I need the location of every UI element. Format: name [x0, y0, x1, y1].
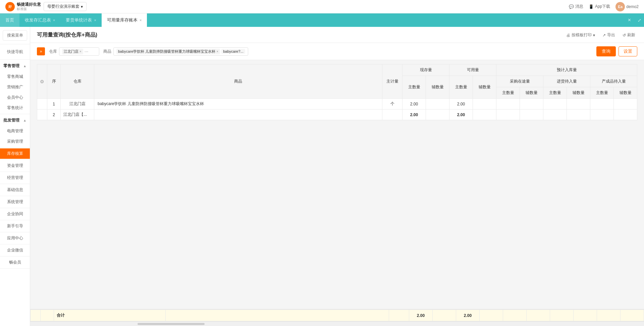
row1-num: 1	[47, 99, 61, 109]
footer-num-col	[41, 310, 54, 321]
row2-production-main	[590, 109, 614, 120]
page-title-row: 可用量查询(按仓库+商品) 🖨 按模板打印 ▾ ↗ 导出 ↺ 刷新	[37, 31, 637, 43]
user-name: demo2	[626, 4, 639, 9]
close-inventory-tab[interactable]: ×	[140, 18, 142, 22]
sidebar-item-member2[interactable]: 畅会员	[0, 257, 30, 268]
sidebar-item-appstore[interactable]: 应用中心	[0, 233, 30, 243]
footer-settings-col	[31, 310, 41, 321]
th-inbound-aux: 辅数量	[567, 87, 590, 99]
th-main-unit: 主计量	[382, 64, 402, 99]
sidebar-item-online-store[interactable]: 零售商城	[0, 72, 30, 82]
sidebar-section-appstore: 应用中心	[0, 232, 30, 244]
table-wrapper: ⚙ 序 仓库 商品 主计量 现存量 可用量 预计入库量 主数量 辅数量 主数量	[30, 60, 644, 309]
tab-home[interactable]: 首页	[0, 13, 19, 27]
footer-available-aux	[480, 310, 503, 321]
sidebar-item-wecom[interactable]: 企业微信	[0, 245, 30, 255]
sidebar-section-retail-header[interactable]: 零售管理 ▲	[0, 60, 30, 72]
print-icon: 🖨	[566, 33, 570, 38]
print-label: 按模板打印	[572, 32, 592, 38]
row2-purchase-main	[496, 109, 520, 120]
th-inbound-pending: 进货待入量	[543, 76, 590, 87]
row1-available-aux	[473, 99, 496, 109]
row1-settings	[37, 99, 47, 109]
app-download-label: App下载	[595, 4, 610, 9]
close-all-tabs-button[interactable]: ×	[624, 13, 635, 27]
filter-actions: 查询 设置	[596, 46, 637, 56]
query-button[interactable]: 查询	[596, 46, 616, 56]
warehouse-filter-input[interactable]: 江北门店 × ···	[59, 47, 99, 56]
sidebar-item-ecommerce[interactable]: 电商管理	[0, 126, 30, 136]
footer-current-main: 2.00	[409, 310, 433, 321]
horizontal-scrollbar[interactable]	[30, 321, 644, 326]
sidebar-item-retail-stats[interactable]: 零售统计	[0, 103, 30, 113]
footer-label: 合计	[54, 310, 166, 321]
th-settings: ⚙	[37, 64, 47, 99]
sidebar-section-system: 系统管理	[0, 196, 30, 208]
remove-product-tag[interactable]: ×	[216, 50, 218, 53]
sidebar-section-wholesale-header[interactable]: 批发管理 ▲	[0, 115, 30, 126]
th-num: 序	[47, 64, 61, 99]
sidebar-item-base[interactable]: 基础信息	[0, 185, 30, 195]
remove-warehouse-tag[interactable]: ×	[79, 50, 82, 53]
sidebar-item-inventory[interactable]: 库存核算	[0, 148, 30, 159]
table-row: 1 江北门店 babycare学饮杯 儿童防摔防撞吸管杯重力球吸嘴杯宝宝水杯 个…	[37, 99, 637, 109]
th-available-aux: 辅数量	[473, 76, 496, 99]
top-bar-right: 💬 消息 📱 App下载 Ea demo2	[569, 2, 639, 11]
sidebar-section-ops: 经营管理	[0, 172, 30, 184]
row1-warehouse: 江北门店	[61, 99, 94, 109]
th-current-aux: 辅数量	[426, 76, 449, 99]
logo-icon: 好	[5, 2, 15, 11]
row2-inbound-main	[543, 109, 567, 120]
export-button[interactable]: ↗ 导出	[600, 31, 617, 39]
refresh-button[interactable]: ↺ 刷新	[621, 31, 637, 39]
print-button[interactable]: 🖨 按模板打印 ▾	[564, 31, 597, 39]
warehouse-filter-group: 仓库 江北门店 × ···	[49, 47, 99, 56]
scrollbar-thumb[interactable]	[138, 323, 205, 325]
sidebar-item-quick-nav[interactable]: 快捷导航	[0, 46, 30, 57]
row1-inbound-aux	[567, 99, 590, 109]
search-menu-button[interactable]: 搜索菜单	[3, 30, 27, 41]
receipts-tab-label: 收发存汇总表	[25, 17, 51, 23]
row2-num: 2	[47, 109, 61, 120]
expand-tabs-button[interactable]: ⤢	[635, 13, 644, 27]
close-orders-tab[interactable]: ×	[94, 18, 96, 22]
sidebar-item-system[interactable]: 系统管理	[0, 197, 30, 207]
user-area[interactable]: Ea demo2	[615, 2, 639, 11]
th-available-qty: 可用量	[449, 64, 496, 76]
app-download-button[interactable]: 📱 App下载	[589, 4, 610, 9]
close-receipts-tab[interactable]: ×	[53, 18, 55, 22]
tab-inventory[interactable]: 可用量库存账本 ×	[102, 13, 147, 27]
sidebar-item-purchase[interactable]: 采购管理	[0, 136, 30, 147]
sidebar-item-finance[interactable]: 资金管理	[0, 160, 30, 171]
product-tag-text: babycare学饮杯 儿童防摔防撞吸管杯重力球吸嘴杯宝宝水杯	[118, 49, 215, 54]
row2-available-aux	[473, 109, 496, 120]
row1-inbound-main	[543, 99, 567, 109]
sidebar-item-ops[interactable]: 经营管理	[0, 173, 30, 183]
industry-selector[interactable]: 母婴行业演示账套 ▾	[44, 2, 87, 11]
product-filter-label: 商品	[103, 49, 111, 54]
setting-button[interactable]: 设置	[619, 46, 637, 56]
sidebar-item-collab[interactable]: 企业协同	[0, 209, 30, 219]
page-header: 可用量查询(按仓库+商品) 🖨 按模板打印 ▾ ↗ 导出 ↺ 刷新	[30, 27, 644, 43]
tab-receipts[interactable]: 收发存汇总表 ×	[19, 13, 60, 27]
sidebar-item-newbie[interactable]: 新手引导	[0, 221, 30, 231]
warehouse-more-options[interactable]: ···	[85, 49, 89, 54]
row1-current-main: 2.00	[402, 99, 426, 109]
product-tag2-text: babycare?...	[223, 49, 244, 53]
filter-toggle-button[interactable]: »	[37, 47, 45, 55]
message-button[interactable]: 💬 消息	[569, 4, 583, 9]
industry-label: 母婴行业演示账套	[47, 4, 79, 9]
avatar: Ea	[615, 2, 625, 11]
sidebar-item-marketing[interactable]: 营销推广	[0, 82, 30, 92]
home-tab-label: 首页	[5, 17, 14, 23]
content-area: 可用量查询(按仓库+商品) 🖨 按模板打印 ▾ ↗ 导出 ↺ 刷新	[30, 27, 644, 326]
top-bar: 好 畅捷通好生意 标准版 母婴行业演示账套 ▾ 💬 消息 📱 App下载 Ea …	[0, 0, 644, 13]
table-settings-gear-icon[interactable]: ⚙	[40, 79, 44, 84]
row2-current-main: 2.00	[402, 109, 426, 120]
product-filter-input[interactable]: babycare学饮杯 儿童防摔防撞吸管杯重力球吸嘴杯宝宝水杯 × babyca…	[113, 47, 248, 56]
sidebar-item-member[interactable]: 会员中心	[0, 92, 30, 103]
footer-production-main	[597, 310, 621, 321]
tab-orders[interactable]: 要货单统计表 ×	[60, 13, 101, 27]
page-actions: 🖨 按模板打印 ▾ ↗ 导出 ↺ 刷新	[564, 31, 637, 39]
logo-text-area: 畅捷通好生意 标准版	[17, 2, 41, 11]
